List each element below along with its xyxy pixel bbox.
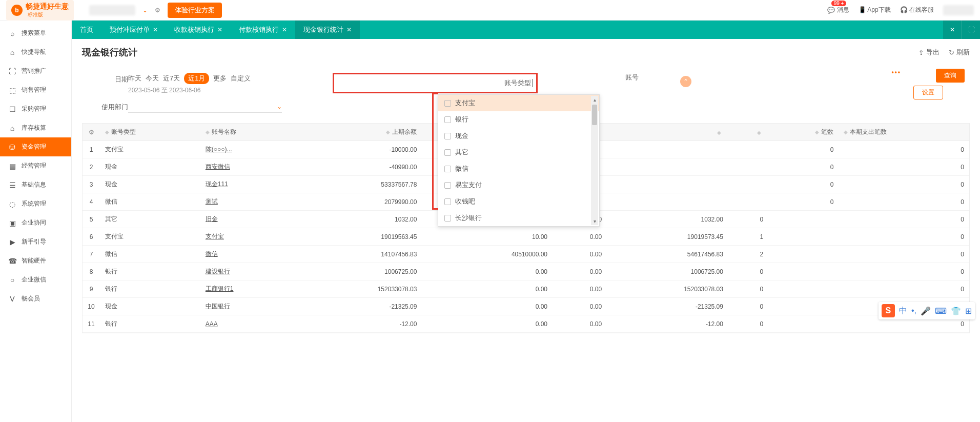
ime-lang[interactable]: 中 xyxy=(899,306,907,316)
sidebar-item-5[interactable]: ⌂库存核算 xyxy=(0,118,71,137)
account-link[interactable]: 微信 xyxy=(206,250,218,257)
sidebar-item-6[interactable]: ⛁资金管理 xyxy=(0,137,71,156)
tab-0[interactable]: 首页 xyxy=(72,21,101,39)
export-button[interactable]: ⇪ 导出 xyxy=(918,48,940,57)
close-icon[interactable]: ✕ xyxy=(282,26,287,33)
scroll-up-icon[interactable]: ▴ xyxy=(594,96,596,104)
dept-select[interactable]: ⌄ xyxy=(128,101,282,113)
dropdown-option[interactable]: 长沙银行 xyxy=(438,210,599,226)
ime-toolbar[interactable]: S 中 •, 🎤 ⌨ 👕 ⊞ xyxy=(879,302,975,319)
date-token[interactable]: 更多 xyxy=(213,74,227,83)
refresh-button[interactable]: ↻ 刷新 xyxy=(949,48,970,57)
dropdown-option[interactable]: 银行 xyxy=(438,111,599,128)
account-link[interactable]: 工商银行1 xyxy=(206,285,234,292)
sidebar-item-14[interactable]: V畅会员 xyxy=(0,289,71,308)
checkbox[interactable] xyxy=(444,116,451,123)
scroll-down-icon[interactable]: ▾ xyxy=(594,217,596,225)
dropdown-scrollbar[interactable]: ▴ ▾ xyxy=(591,96,598,225)
sort-icon[interactable]: ◆ xyxy=(757,130,761,135)
column-header[interactable]: ◆ xyxy=(728,124,768,141)
settings-button[interactable]: 设置 xyxy=(913,86,943,99)
gear-icon[interactable]: ⚙ xyxy=(155,7,160,14)
tab-3[interactable]: 付款核销执行✕ xyxy=(231,21,295,39)
date-token[interactable]: 自定义 xyxy=(231,74,251,83)
more-dots[interactable]: ••• xyxy=(891,69,901,76)
account-link[interactable]: 测试 xyxy=(206,198,218,205)
account-link[interactable]: 中国银行 xyxy=(206,303,230,310)
account-link[interactable]: AAA xyxy=(206,320,218,328)
checkbox[interactable] xyxy=(444,166,451,172)
tab-fullscreen[interactable]: ⛶ xyxy=(962,21,980,39)
account-link[interactable]: 支付宝 xyxy=(206,233,224,240)
account-link[interactable]: 建设银行 xyxy=(206,268,230,275)
sidebar-item-11[interactable]: ▶新手引导 xyxy=(0,232,71,251)
account-link[interactable]: 现金111 xyxy=(206,180,228,188)
sort-icon[interactable]: ◆ xyxy=(844,129,848,135)
account-link[interactable]: 旧金 xyxy=(206,215,218,223)
sidebar-item-13[interactable]: ○企业微信 xyxy=(0,270,71,289)
close-icon[interactable]: ✕ xyxy=(346,26,352,33)
date-token[interactable]: 近1月 xyxy=(184,73,209,84)
checkbox[interactable] xyxy=(444,133,451,139)
close-icon[interactable]: ✕ xyxy=(153,26,158,33)
column-header[interactable]: ◆上期余额 xyxy=(301,124,422,141)
date-token[interactable]: 昨天 xyxy=(128,74,141,83)
ime-punct-icon[interactable]: •, xyxy=(911,306,916,315)
dropdown-option[interactable]: 易宝支付 xyxy=(438,177,599,193)
dropdown-option[interactable]: 现金 xyxy=(438,128,599,144)
close-icon[interactable]: ✕ xyxy=(217,26,222,33)
sidebar-item-4[interactable]: ☐采购管理 xyxy=(0,99,71,118)
gear-icon[interactable]: ⚙ xyxy=(89,129,94,136)
account-type-field[interactable]: 账号类型 xyxy=(333,73,538,93)
tab-2[interactable]: 收款核销执行✕ xyxy=(166,21,231,39)
date-token[interactable]: 今天 xyxy=(146,74,159,83)
query-button[interactable]: 查询 xyxy=(936,69,965,83)
sidebar-item-0[interactable]: ⌕搜索菜单 xyxy=(0,24,71,43)
ime-tool-icon[interactable]: ⊞ xyxy=(965,306,972,316)
tab-close-all[interactable]: ✕ xyxy=(943,21,962,39)
dropdown-option[interactable]: 其它 xyxy=(438,144,599,160)
trial-button[interactable]: 体验行业方案 xyxy=(168,3,222,18)
scroll-thumb[interactable] xyxy=(592,105,597,125)
dropdown-option[interactable]: 收钱吧 xyxy=(438,193,599,210)
column-header[interactable]: ◆本期支出笔数 xyxy=(839,124,969,141)
sort-icon[interactable]: ◆ xyxy=(105,129,109,135)
checkbox[interactable] xyxy=(444,100,451,107)
sidebar-item-8[interactable]: ☰基础信息 xyxy=(0,175,71,194)
account-link[interactable]: 陈(○○○)... xyxy=(206,146,232,153)
column-header[interactable]: ◆账号类型 xyxy=(100,124,200,141)
sort-icon[interactable]: ◆ xyxy=(206,129,210,135)
sort-icon[interactable]: ◆ xyxy=(717,130,721,135)
column-header[interactable]: ◆账号名称 xyxy=(200,124,301,141)
account-link[interactable]: 西安微信 xyxy=(206,163,230,170)
column-header[interactable]: ◆笔数 xyxy=(768,124,839,141)
collapse-filters-button[interactable]: ⌃ xyxy=(680,76,691,87)
checkbox[interactable] xyxy=(444,149,451,156)
tab-1[interactable]: 预付冲应付单✕ xyxy=(101,21,166,39)
tab-4[interactable]: 现金银行统计✕ xyxy=(295,21,360,39)
messages-link[interactable]: 💬 消息 99 + xyxy=(827,6,849,14)
online-service-link[interactable]: 🎧 在线客服 xyxy=(900,6,934,14)
sort-icon[interactable]: ◆ xyxy=(815,129,819,135)
ime-keyboard-icon[interactable]: ⌨ xyxy=(935,306,947,316)
sidebar-item-2[interactable]: ⛶营销推广 xyxy=(0,62,71,81)
sidebar-item-12[interactable]: ☎智能硬件 xyxy=(0,251,71,270)
app-download-link[interactable]: 📱 App下载 xyxy=(859,6,891,14)
checkbox[interactable] xyxy=(444,198,451,205)
sidebar-item-10[interactable]: ▣企业协同 xyxy=(0,213,71,232)
column-header[interactable]: ◆ xyxy=(607,124,728,141)
column-header[interactable]: ⚙ xyxy=(83,124,100,141)
chevron-down-icon[interactable]: ⌄ xyxy=(142,7,148,14)
checkbox[interactable] xyxy=(444,182,451,189)
dropdown-option[interactable]: 微信 xyxy=(438,160,599,177)
sidebar-item-1[interactable]: ⌂快捷导航 xyxy=(0,43,71,62)
sort-icon[interactable]: ◆ xyxy=(386,129,390,135)
sidebar-item-3[interactable]: ⬚销售管理 xyxy=(0,81,71,99)
ime-skin-icon[interactable]: 👕 xyxy=(951,306,961,316)
sidebar-item-9[interactable]: ◌系统管理 xyxy=(0,194,71,213)
checkbox[interactable] xyxy=(444,215,451,222)
sidebar-item-7[interactable]: ▤经营管理 xyxy=(0,156,71,175)
date-token[interactable]: 近7天 xyxy=(163,74,180,83)
dropdown-option[interactable]: 支付宝 xyxy=(438,95,599,111)
ime-mic-icon[interactable]: 🎤 xyxy=(921,306,931,316)
